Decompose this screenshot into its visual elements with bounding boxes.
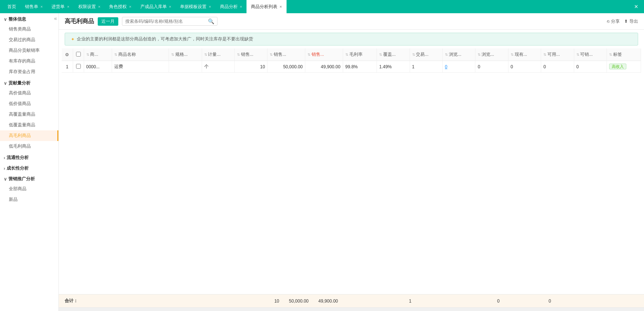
col-settings[interactable]: ⚙ — [62, 48, 73, 61]
col-stock-saleable[interactable]: 可销... — [574, 48, 607, 61]
cell-stock-available: 0 — [541, 61, 574, 73]
cell-sales-qty: 10 — [234, 61, 267, 73]
total-sales-amount: 50,000.00 — [281, 299, 311, 304]
nav-purchase-order[interactable]: 进货单 × — [47, 0, 73, 13]
sidebar-item-all-goods[interactable]: 全部商品 — [0, 184, 58, 194]
sidebar-item-sales-goods[interactable]: 销售类商品 — [0, 24, 58, 35]
export-icon: ⬆ — [624, 19, 628, 24]
nav-permission-settings[interactable]: 权限设置 × — [74, 0, 105, 13]
sidebar-section-overall[interactable]: ∨ 整体信息 — [0, 13, 58, 24]
info-icon: ✦ — [71, 37, 75, 42]
sidebar-item-stock-capital[interactable]: 库存资金占用 — [0, 66, 58, 77]
nav-role-auth[interactable]: 角色授权 × — [105, 0, 136, 13]
cell-sales-profit: 49,900.00 — [305, 61, 343, 73]
cell-browse2: 0 — [475, 61, 508, 73]
close-role-auth[interactable]: × — [129, 4, 131, 9]
cell-spec — [169, 61, 202, 73]
arrow-overall: ∨ — [4, 17, 7, 22]
nav-product-analysis[interactable]: 商品分析 × — [216, 0, 247, 13]
cell-code: 0000... — [84, 61, 112, 73]
sidebar-item-in-stock-goods[interactable]: 有库存的商品 — [0, 56, 58, 66]
sidebar-section-contribution[interactable]: ∨ 贡献量分析 — [0, 77, 58, 88]
select-all-checkbox[interactable] — [76, 52, 81, 57]
cell-tag: 高收入 — [607, 61, 641, 73]
col-stock-available[interactable]: 可用... — [541, 48, 574, 61]
header-actions: ⎋ 分享 ⬆ 导出 — [607, 18, 638, 25]
export-button[interactable]: ⬆ 导出 — [624, 18, 638, 25]
table-container: ⚙ 商... 商品名称 规格... 计量... 销售... 销售... 销售..… — [59, 48, 644, 294]
content-header: 高毛利商品 近一月 🔍 ⎋ 分享 ⬆ 导出 — [59, 13, 644, 30]
period-button[interactable]: 近一月 — [98, 17, 118, 26]
horizontal-scrollbar[interactable] — [59, 307, 644, 311]
cell-stock-current: 0 — [508, 61, 541, 73]
col-sales-profit[interactable]: 销售... — [305, 48, 343, 61]
main-container: « ∨ 整体信息 销售类商品 交易过的商品 商品分贡献销率 有库存的商品 库存资… — [0, 13, 644, 311]
product-table: ⚙ 商... 商品名称 规格... 计量... 销售... 销售... 销售..… — [62, 48, 641, 73]
nav-home[interactable]: 首页 — [3, 0, 21, 13]
close-product-inbound[interactable]: × — [169, 4, 171, 9]
info-banner: ✦ 企业的主要的利润都是这部分商品创造的，可考虑加大推广，同时关注库存是不要出现… — [65, 33, 638, 46]
col-unit[interactable]: 计量... — [202, 48, 234, 61]
col-tag[interactable]: 标签 — [607, 48, 641, 61]
row-checkbox[interactable] — [76, 64, 81, 69]
arrow-growth: › — [4, 166, 5, 171]
col-coverage[interactable]: 覆盖... — [377, 48, 410, 61]
share-button[interactable]: ⎋ 分享 — [607, 18, 620, 25]
col-browse1[interactable]: 浏览... — [443, 48, 475, 61]
col-browse2[interactable]: 浏览... — [475, 48, 508, 61]
cell-stock-saleable: 0 — [574, 61, 607, 73]
col-stock-current[interactable]: 现有... — [508, 48, 541, 61]
sidebar-section-marketing[interactable]: ∨ 营销推广分析 — [0, 173, 58, 184]
search-icon[interactable]: 🔍 — [208, 18, 214, 24]
sidebar-item-traded-goods[interactable]: 交易过的商品 — [0, 35, 58, 45]
cell-unit: 个 — [202, 61, 234, 73]
table-header-row: ⚙ 商... 商品名称 规格... 计量... 销售... 销售... 销售..… — [62, 48, 641, 61]
col-gross-margin[interactable]: 毛利率 — [343, 48, 377, 61]
cell-browse1[interactable]: 0 — [443, 61, 475, 73]
page-title: 高毛利商品 — [65, 18, 94, 25]
sidebar-collapse-button[interactable]: « — [54, 15, 57, 21]
close-permission-settings[interactable]: × — [98, 4, 100, 9]
arrow-contribution: ∨ — [4, 81, 7, 86]
close-product-analysis[interactable]: × — [240, 4, 242, 9]
sidebar-item-high-value[interactable]: 高价值商品 — [0, 88, 58, 98]
search-input[interactable] — [125, 19, 208, 24]
sidebar-item-high-coverage[interactable]: 高覆盖量商品 — [0, 109, 58, 120]
cell-num: 1 — [62, 61, 73, 73]
table-row: 1 0000... 运费 个 10 50,000.00 49,900.00 99… — [62, 61, 641, 73]
nav-template-settings[interactable]: 单据模板设置 × — [176, 0, 215, 13]
top-navigation: 首页 销售单 × 进货单 × 权限设置 × 角色授权 × 产成品入库单 × 单据… — [0, 0, 644, 13]
col-name[interactable]: 商品名称 — [112, 48, 169, 61]
arrow-marketing: ∨ — [4, 177, 7, 182]
col-checkbox[interactable] — [73, 48, 84, 61]
sidebar-item-new-goods[interactable]: 新品 — [0, 194, 58, 205]
nav-sales-order[interactable]: 销售单 × — [21, 0, 47, 13]
col-transaction[interactable]: 交易... — [410, 48, 442, 61]
close-product-analysis-list[interactable]: × — [280, 4, 282, 9]
col-sales-qty[interactable]: 销售... — [234, 48, 267, 61]
footer-total: 合计： 10 50,000.00 49,900.00 1 0 0 — [59, 294, 644, 307]
col-code[interactable]: 商... — [84, 48, 112, 61]
sidebar-item-low-coverage[interactable]: 低覆盖量商品 — [0, 120, 58, 130]
sidebar-item-goods-contribution[interactable]: 商品分贡献销率 — [0, 45, 58, 56]
close-all-tabs[interactable]: × — [631, 3, 641, 11]
cell-sales-amount: 50,000.00 — [267, 61, 305, 73]
total-stock-current: 0 — [472, 299, 502, 304]
nav-product-inbound[interactable]: 产成品入库单 × — [136, 0, 176, 13]
sidebar-section-liquidity[interactable]: › 流通性分析 — [0, 152, 58, 162]
sidebar-section-growth[interactable]: › 成长性分析 — [0, 162, 58, 173]
search-box: 🔍 — [122, 17, 217, 26]
close-purchase-order[interactable]: × — [67, 4, 69, 9]
cell-checkbox[interactable] — [73, 61, 84, 73]
close-template-settings[interactable]: × — [209, 4, 211, 9]
close-sales-order[interactable]: × — [40, 4, 43, 9]
tag-high-income-badge: 高收入 — [609, 64, 626, 69]
nav-product-analysis-list[interactable]: 商品分析列表 × — [247, 0, 286, 13]
col-spec[interactable]: 规格... — [169, 48, 202, 61]
sidebar-item-high-margin[interactable]: 高毛利商品 — [0, 130, 58, 141]
share-icon: ⎋ — [607, 19, 609, 24]
info-text: 企业的主要的利润都是这部分商品创造的，可考虑加大推广，同时关注库存是不要出现缺货 — [77, 36, 253, 42]
sidebar-item-low-margin[interactable]: 低毛利商品 — [0, 141, 58, 152]
sidebar-item-low-value[interactable]: 低价值商品 — [0, 98, 58, 109]
col-sales-amount[interactable]: 销售... — [267, 48, 305, 61]
